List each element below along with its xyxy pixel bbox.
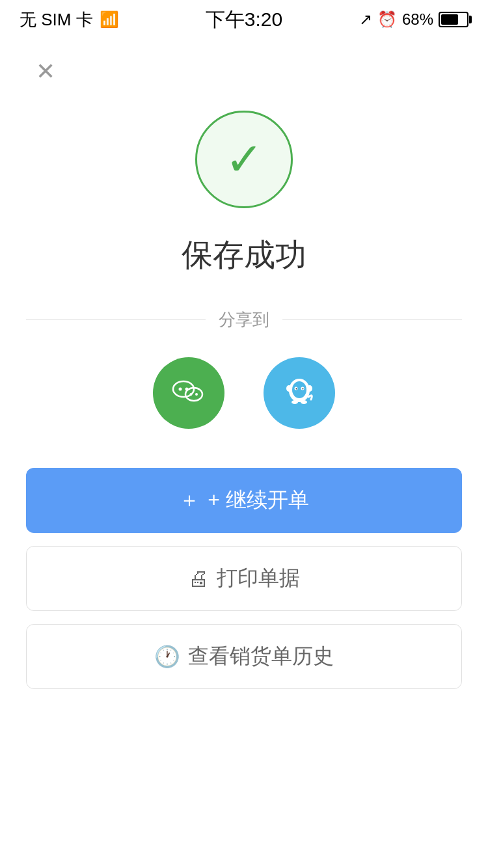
svg-point-7: [292, 381, 306, 398]
history-label: 查看销货单历史: [188, 642, 334, 671]
continue-icon: ＋: [179, 486, 200, 515]
qq-share-button[interactable]: [264, 357, 335, 429]
svg-point-11: [303, 388, 304, 390]
svg-point-10: [296, 388, 297, 390]
svg-point-4: [190, 393, 193, 396]
svg-point-14: [291, 400, 298, 404]
share-divider: 分享到: [26, 308, 462, 331]
status-left: 无 SIM 卡 📶: [20, 8, 119, 31]
qq-icon: [280, 373, 319, 413]
svg-point-1: [179, 388, 182, 391]
checkmark-icon: ✓: [225, 137, 264, 182]
direction-icon: ↗: [359, 10, 372, 29]
svg-point-13: [307, 385, 312, 392]
svg-point-15: [301, 400, 307, 404]
divider-line-left: [26, 319, 206, 320]
status-time: 下午3:20: [206, 7, 282, 33]
svg-point-5: [195, 393, 198, 396]
wechat-share-button[interactable]: [153, 357, 224, 429]
action-buttons: ＋ + 继续开单 🖨 打印单据 🕐 查看销货单历史: [26, 468, 462, 689]
share-label: 分享到: [219, 308, 269, 331]
history-icon: 🕐: [154, 644, 180, 669]
success-title: 保存成功: [182, 234, 306, 276]
svg-point-12: [286, 385, 291, 392]
wechat-icon: [169, 373, 208, 413]
main-content: ✕ ✓ 保存成功 分享到: [0, 39, 488, 715]
close-button[interactable]: ✕: [26, 52, 65, 91]
print-label: 打印单据: [217, 564, 300, 593]
battery-icon: [439, 12, 468, 27]
continue-order-button[interactable]: ＋ + 继续开单: [26, 468, 462, 533]
battery-percent: 68%: [402, 10, 433, 29]
divider-line-right: [282, 319, 462, 320]
success-icon-circle: ✓: [195, 111, 293, 208]
print-icon: 🖨: [188, 567, 209, 591]
wifi-icon: 📶: [100, 10, 119, 29]
print-button[interactable]: 🖨 打印单据: [26, 546, 462, 611]
history-button[interactable]: 🕐 查看销货单历史: [26, 624, 462, 689]
continue-label: + 继续开单: [208, 486, 309, 515]
status-right: ↗ ⏰ 68%: [359, 10, 468, 29]
status-bar: 无 SIM 卡 📶 下午3:20 ↗ ⏰ 68%: [0, 0, 488, 39]
close-icon: ✕: [36, 58, 55, 85]
sim-status: 无 SIM 卡: [20, 8, 93, 31]
share-icons-row: [153, 357, 335, 429]
alarm-icon: ⏰: [377, 10, 397, 29]
